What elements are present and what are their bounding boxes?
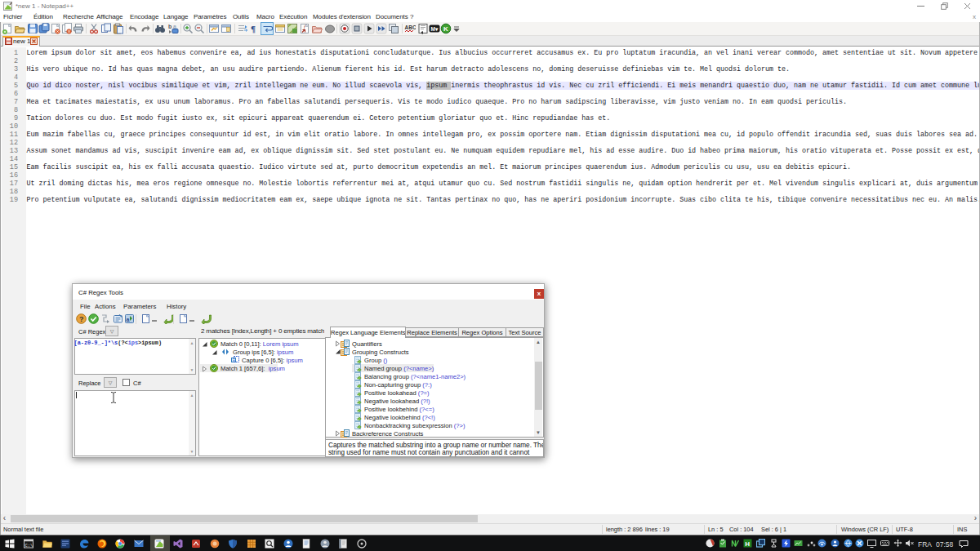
svg-text:b: b — [168, 24, 172, 29]
svg-text:M▾: M▾ — [431, 25, 439, 31]
svg-text:C:\: C:\ — [25, 543, 33, 549]
svg-text:a: a — [127, 317, 130, 322]
svg-text:a: a — [173, 24, 176, 29]
svg-text:?: ? — [79, 315, 84, 323]
svg-text:ABC: ABC — [405, 24, 416, 30]
svg-text:¶: ¶ — [251, 24, 256, 33]
svg-text:H: H — [745, 540, 750, 548]
svg-text:K: K — [443, 24, 448, 32]
